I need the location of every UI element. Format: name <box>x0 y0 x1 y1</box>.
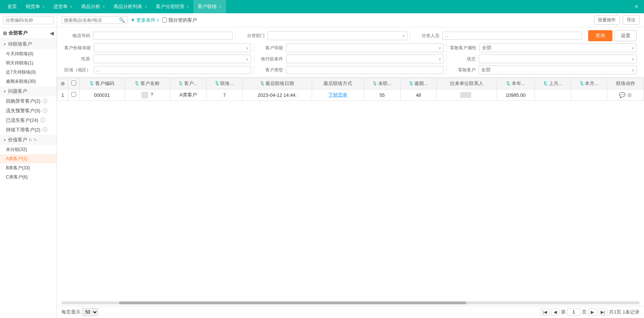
nature-select[interactable]: ∨ <box>93 54 251 63</box>
gear-icon[interactable]: ⚙ <box>61 81 65 86</box>
sidebar-item-overdue[interactable]: 逾期未联络(30) <box>0 77 57 86</box>
sort-date-icon[interactable]: ⇅ <box>260 81 264 86</box>
filter-row-2: 客户价格等级 ∨ 客户等级 ∨ 零散客户属性 全部 <box>61 43 640 52</box>
td-this-month <box>571 89 607 101</box>
batch-operation-btn[interactable]: 批量操作 <box>594 15 620 25</box>
sidebar-item-tomorrow[interactable]: 明天待联络(1) <box>0 59 57 68</box>
retail-attr-select[interactable]: 全部 ∨ <box>479 43 637 52</box>
first-page-btn[interactable]: |◀ <box>540 308 550 316</box>
page-size-select[interactable]: 50 <box>82 308 98 316</box>
close-purchase-tab[interactable]: × <box>70 4 72 9</box>
sidebar-item-7days[interactable]: 近7天待联络(0) <box>0 68 57 77</box>
sort-no-contact-icon[interactable]: ⇅ <box>373 81 377 86</box>
price-level-label: 客户价格等级 <box>64 45 91 51</box>
phone-input[interactable] <box>93 32 233 40</box>
sort-code-icon[interactable]: ⇅ <box>90 81 94 86</box>
th-last-date: ⇅ 最后联络日期 <box>243 78 312 89</box>
region-input[interactable] <box>94 66 251 74</box>
sort-overdue-icon[interactable]: ⇅ <box>409 81 413 86</box>
sidebar-item-repurchase-abnormal[interactable]: 回购异常客户(2) ⓘ <box>0 96 57 106</box>
row-checkbox[interactable] <box>71 92 76 97</box>
arrow-down-icon-2: ▼ <box>3 89 7 93</box>
refresh-icon[interactable]: ↻ <box>29 138 32 142</box>
td-no-contact: 55 <box>364 89 400 101</box>
nav-sales[interactable]: 销货单 × <box>21 0 49 13</box>
sidebar-item-churn-warning[interactable]: 流失预警客户(3) ⓘ <box>0 106 57 116</box>
nav-product-analysis[interactable]: 商品分析 × <box>77 0 109 13</box>
dept-select[interactable]: ∨ <box>268 31 407 40</box>
section-pending-contact[interactable]: ▼ 待联络客户 <box>0 39 57 49</box>
sidebar-search-input[interactable] <box>3 16 54 24</box>
filter-nature: 性质 ∨ <box>61 54 254 63</box>
sort-contact-icon[interactable]: ⇅ <box>215 81 219 86</box>
filter-region: 区域（地区） <box>61 66 254 74</box>
close-all-tabs[interactable]: × <box>632 3 641 10</box>
close-product-list-tab[interactable]: × <box>144 4 147 9</box>
page-number-input[interactable] <box>567 308 580 316</box>
sidebar-item-ungrouped[interactable]: 未分组(32) <box>0 145 57 154</box>
horizontal-scrollbar-thumb[interactable] <box>119 301 466 304</box>
sidebar-item-today[interactable]: 今天待联络(0) <box>0 49 57 59</box>
sidebar-item-a-class[interactable]: A类客户(1) <box>0 154 57 163</box>
th-no-contact: ⇅ 未联... <box>364 78 400 89</box>
td-overdue: 48 <box>400 89 437 101</box>
last-method-link[interactable]: 下销货单 <box>328 92 347 98</box>
td-checkbox <box>68 89 79 101</box>
nav-product-list[interactable]: 商品分析列表 × <box>109 0 151 13</box>
th-action: 联络动作 <box>607 78 644 89</box>
status-select[interactable]: ∨ <box>479 54 637 63</box>
sidebar-item-churned[interactable]: 已流失客户(24) ⓘ <box>0 116 57 125</box>
nav-purchase[interactable]: 进货单 × <box>49 0 76 13</box>
sidebar-item-b-class[interactable]: B类客户(33) <box>0 163 57 173</box>
filter-retail-attr: 零散客户属性 全部 ∨ <box>447 43 640 52</box>
top-navigation: 首页 销货单 × 进货单 × 商品分析 × 商品分析列表 × 客户分层经营 × … <box>0 0 644 13</box>
more-filters-btn[interactable]: ▼ 更多条件 ∨ <box>130 17 159 24</box>
close-customer-tier-tab[interactable]: × <box>187 4 189 9</box>
nav-customer-contact[interactable]: 客户联络 × <box>193 0 226 13</box>
payment-select[interactable]: ∨ <box>286 54 444 63</box>
close-customer-contact-tab[interactable]: × <box>219 4 221 9</box>
bottom-bar: 每页显示 50 |◀ ◀ 第 页 ▶ ▶| 共1页 1条记录 <box>57 306 644 318</box>
table-row: 1 000031 ? A类客户 7 2023-04-12 14:44: <box>57 89 644 101</box>
section-value-customers[interactable]: ▼ 价值客户 ↻ ✎ <box>0 135 57 145</box>
nav-home[interactable]: 首页 <box>3 0 21 13</box>
customer-type-input[interactable] <box>286 66 444 74</box>
last-page-btn[interactable]: ▶| <box>598 308 608 316</box>
info-icon-2: ⓘ <box>43 108 47 113</box>
sort-this-month-icon[interactable]: ⇅ <box>580 81 584 86</box>
table-wrapper: ⚙ ⇅ 客户编码 ⇅ 客户名称 <box>57 78 644 300</box>
sort-last-month-icon[interactable]: ⇅ <box>543 81 547 86</box>
query-btn[interactable]: 查询 <box>588 30 612 41</box>
status-label: 状态 <box>450 56 476 62</box>
settings-btn[interactable]: 设置 <box>615 30 637 41</box>
sidebar-collapse-btn[interactable]: ◀ <box>50 31 54 36</box>
scroll-bar-area <box>57 300 644 306</box>
sort-this-year-icon[interactable]: ⇅ <box>506 81 510 86</box>
search-input[interactable] <box>64 18 119 23</box>
close-sales-tab[interactable]: × <box>42 4 44 9</box>
search-icon[interactable]: 🔍 <box>119 17 125 23</box>
export-btn[interactable]: 导出 <box>623 15 640 25</box>
section-problem-customers[interactable]: ▼ 问题客户 <box>0 86 57 96</box>
sort-type-icon[interactable]: ⇅ <box>179 81 183 86</box>
th-name: ⇅ 客户名称 <box>125 78 170 89</box>
th-contact: ⇅ 联络... <box>206 78 243 89</box>
my-customers-checkbox[interactable] <box>162 18 167 22</box>
edit-icon[interactable]: ✎ <box>33 138 37 142</box>
next-page-btn[interactable]: ▶ <box>588 308 597 316</box>
prev-page-btn[interactable]: ◀ <box>551 308 559 316</box>
chat-icon[interactable]: 💬 <box>619 92 625 98</box>
sidebar-item-declining[interactable]: 持续下滑客户(2) ⓘ <box>0 125 57 135</box>
manager-input[interactable] <box>442 32 582 40</box>
td-code: 000031 <box>79 89 125 101</box>
customer-level-select[interactable]: ∨ <box>286 43 444 52</box>
nav-customer-tier[interactable]: 客户分层经营 × <box>151 0 193 13</box>
retail-customer-select[interactable]: 全部 ∨ <box>479 66 637 74</box>
filter-price-level: 客户价格等级 ∨ <box>61 43 254 52</box>
select-all-checkbox[interactable] <box>71 81 76 85</box>
price-level-select[interactable]: ∨ <box>94 43 251 52</box>
sidebar-item-c-class[interactable]: C类客户(6) <box>0 173 57 182</box>
sort-name-icon[interactable]: ⇅ <box>135 81 139 86</box>
qr-icon[interactable]: ⊞ <box>627 92 632 98</box>
close-product-tab[interactable]: × <box>103 4 105 9</box>
